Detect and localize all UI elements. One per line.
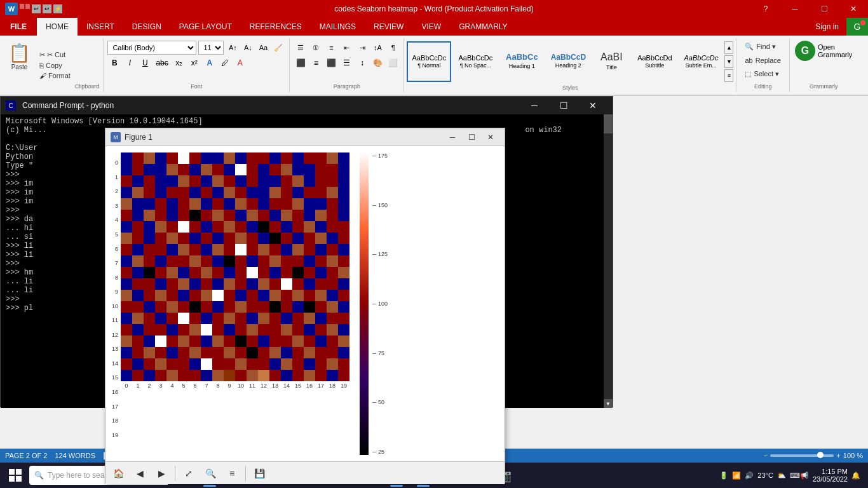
cmd-close-btn[interactable]: ✕ xyxy=(578,97,607,114)
figure-minimize-btn[interactable]: ─ xyxy=(444,130,461,144)
tab-page-layout[interactable]: PAGE LAYOUT xyxy=(170,18,241,36)
tab-references[interactable]: REFERENCES xyxy=(241,18,311,36)
change-case-button[interactable]: Aa xyxy=(256,41,270,55)
show-formatting-button[interactable]: ¶ xyxy=(386,41,400,55)
minus-zoom-btn[interactable]: − xyxy=(764,452,768,459)
zoom-slider-thumb[interactable] xyxy=(817,452,824,458)
minimize-btn[interactable]: ─ xyxy=(780,0,810,18)
restore-btn[interactable]: ☐ xyxy=(810,0,839,18)
paste-button[interactable]: 📋 Paste xyxy=(4,41,35,90)
heatmap-cell xyxy=(247,358,258,370)
cmd-scroll-down-btn[interactable]: ▼ xyxy=(604,399,613,408)
figure-restore-btn[interactable]: ☐ xyxy=(463,130,480,144)
align-left-button[interactable]: ⬛ xyxy=(294,56,308,70)
heatmap-cell xyxy=(224,187,235,198)
bullets-button[interactable]: ☰ xyxy=(294,41,307,55)
scissors-icon: ✂ xyxy=(39,51,45,59)
heatmap-cell xyxy=(212,210,224,221)
clear-format-button[interactable]: 🧹 xyxy=(271,41,285,55)
cmd-minimize-btn[interactable]: ─ xyxy=(520,97,549,114)
font-color-button[interactable]: A xyxy=(233,56,247,70)
pan-tool-btn[interactable]: ⤢ xyxy=(179,464,199,482)
forward-tool-btn[interactable]: ▶ xyxy=(151,464,172,482)
style-title[interactable]: AaBI Title xyxy=(592,41,630,82)
border-button[interactable]: ⬜ xyxy=(386,56,400,70)
style-normal[interactable]: AaBbCcDc ¶ Normal xyxy=(407,41,451,82)
style-no-spacing-preview: AaBbCcDc ¶ No Spac... xyxy=(458,53,492,70)
tab-mailings[interactable]: MAILINGS xyxy=(311,18,365,36)
font-row2: B I U abc x₂ x² A 🖊 A xyxy=(107,56,285,70)
close-btn[interactable]: ✕ xyxy=(839,0,868,18)
subplot-tool-btn[interactable]: ≡ xyxy=(222,464,242,482)
subscript-button[interactable]: x₂ xyxy=(172,56,186,70)
tab-insert[interactable]: INSERT xyxy=(78,18,123,36)
taskbar-time[interactable]: 1:15 PM 23/05/2022 xyxy=(813,468,848,483)
styles-scroll-down[interactable]: ▼ xyxy=(724,55,733,68)
sort-button[interactable]: ↕A xyxy=(371,41,384,55)
format-painter-button[interactable]: 🖌 Format xyxy=(37,71,72,80)
replace-button[interactable]: ab Replace xyxy=(742,55,784,66)
font-size-selector[interactable]: 11 xyxy=(198,41,224,55)
font-name-selector[interactable]: Calibri (Body) xyxy=(107,41,196,55)
figure-close-btn[interactable]: ✕ xyxy=(482,130,499,144)
select-button[interactable]: ⬚ Select ▾ xyxy=(742,68,784,80)
tab-grammarly[interactable]: GRAMMARLY xyxy=(450,18,516,36)
tab-home[interactable]: HOME xyxy=(37,18,78,36)
question-btn[interactable]: ? xyxy=(751,0,780,18)
heatmap-cell xyxy=(315,210,327,221)
heatmap-cell xyxy=(166,152,178,164)
text-highlight-button[interactable]: 🖊 xyxy=(218,56,232,70)
cmd-scrollbar-thumb[interactable] xyxy=(604,114,613,133)
underline-button[interactable]: U xyxy=(138,56,152,70)
heatmap-cell xyxy=(292,358,304,370)
grammarly-icon-btn[interactable]: G xyxy=(846,18,868,36)
tab-file[interactable]: FILE xyxy=(0,18,37,36)
tab-view[interactable]: VIEW xyxy=(412,18,450,36)
cmd-restore-btn[interactable]: ☐ xyxy=(549,97,578,114)
home-tool-btn[interactable]: 🏠 xyxy=(108,464,128,482)
x-axis-label: 14 xyxy=(281,383,292,389)
copy-button[interactable]: ⎘ Copy xyxy=(37,61,72,70)
start-button[interactable] xyxy=(3,463,28,488)
tab-review[interactable]: REVIEW xyxy=(365,18,412,36)
save-tool-btn[interactable]: 💾 xyxy=(249,464,269,482)
bold-button[interactable]: B xyxy=(107,56,121,70)
shading-button[interactable]: 🎨 xyxy=(370,56,384,70)
zoom-slider[interactable] xyxy=(770,454,834,457)
back-tool-btn[interactable]: ◀ xyxy=(130,464,150,482)
zoom-tool-btn[interactable]: 🔍 xyxy=(200,464,220,482)
heatmap-cell xyxy=(304,301,315,313)
italic-button[interactable]: I xyxy=(123,56,137,70)
strikethrough-button[interactable]: abc xyxy=(153,56,170,70)
superscript-button[interactable]: x² xyxy=(187,56,201,70)
font-shrink-button[interactable]: A↓ xyxy=(241,41,255,55)
justify-button[interactable]: ☰ xyxy=(340,56,354,70)
style-subtitle[interactable]: AaBbCcDd Subtitle xyxy=(632,41,677,82)
align-right-button[interactable]: ⬛ xyxy=(325,56,339,70)
decrease-indent-button[interactable]: ⇤ xyxy=(340,41,353,55)
multilevel-button[interactable]: ≡ xyxy=(325,41,338,55)
numbering-button[interactable]: ① xyxy=(309,41,323,55)
increase-indent-button[interactable]: ⇥ xyxy=(356,41,369,55)
heatmap-cell xyxy=(247,198,258,210)
cmd-scrollbar[interactable]: ▼ xyxy=(604,114,613,408)
cut-button[interactable]: ✂ ✂ Cut xyxy=(37,50,72,60)
open-grammarly-button[interactable]: G Open Grammarly xyxy=(795,41,852,61)
heatmap-cell xyxy=(327,152,338,164)
style-heading2[interactable]: AaBbCcD Heading 2 xyxy=(546,41,590,82)
tab-design[interactable]: DESIGN xyxy=(123,18,170,36)
align-center-button[interactable]: ≡ xyxy=(309,56,323,70)
style-heading1[interactable]: AaBbCc Heading 1 xyxy=(499,41,544,82)
sign-in-button[interactable]: Sign in xyxy=(808,18,846,36)
notification-icon[interactable]: 🔔 xyxy=(851,471,860,480)
style-no-spacing[interactable]: AaBbCcDc ¶ No Spac... xyxy=(453,41,498,82)
text-effects-button[interactable]: A xyxy=(203,56,217,70)
heatmap-cell xyxy=(144,324,155,336)
font-grow-button[interactable]: A↑ xyxy=(226,41,240,55)
plus-zoom-btn[interactable]: + xyxy=(836,452,840,459)
styles-scroll-up[interactable]: ▲ xyxy=(724,41,733,54)
find-button[interactable]: 🔍 Find ▾ xyxy=(742,41,784,53)
line-spacing-button[interactable]: ↕ xyxy=(355,56,369,70)
styles-expand[interactable]: ≡ xyxy=(724,69,733,82)
style-subtle-em[interactable]: AaBbCcDc Subtle Em... xyxy=(679,41,723,82)
